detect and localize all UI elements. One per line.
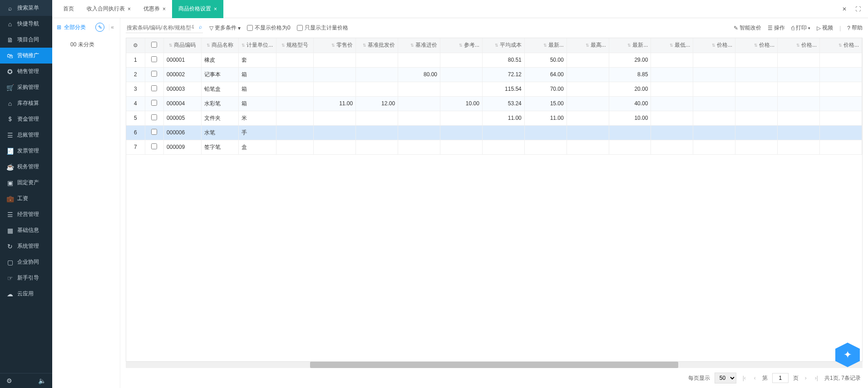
sound-icon[interactable]: 🔈 bbox=[38, 377, 46, 384]
tab-close-icon[interactable]: × bbox=[163, 6, 166, 12]
sort-icon: ⇅ bbox=[495, 43, 498, 48]
row-checkbox[interactable] bbox=[151, 71, 157, 77]
sidebar: ⌕搜索菜单⌂快捷导航🗎项目合同🛍营销推广✪销售管理🛒采购管理⌂库存核算＄资金管理… bbox=[0, 0, 52, 388]
sidebar-item-search-menu[interactable]: ⌕搜索菜单 bbox=[0, 0, 52, 16]
sidebar-item-inventory[interactable]: ⌂库存核算 bbox=[0, 95, 52, 111]
sidebar-item-label: 项目合同 bbox=[17, 36, 39, 44]
search-input[interactable] bbox=[126, 23, 203, 33]
hide-zero-checkbox[interactable]: 不显示价格为0 bbox=[247, 24, 291, 32]
row-checkbox[interactable] bbox=[151, 129, 157, 135]
column-header[interactable]: ⇅最高... bbox=[567, 38, 609, 53]
table-row[interactable]: 4000004水彩笔箱11.0012.0010.0053.2415.0040.0… bbox=[126, 96, 862, 111]
sidebar-item-assets[interactable]: ▣固定资产 bbox=[0, 175, 52, 191]
salary-icon: 💼 bbox=[6, 195, 14, 202]
all-categories-link[interactable]: 全部分类 bbox=[64, 24, 86, 31]
tab[interactable]: 优惠券× bbox=[137, 0, 172, 18]
print-button[interactable]: ⎙打印▾ bbox=[791, 24, 810, 32]
table-row[interactable]: 6000006水笔手 bbox=[126, 125, 862, 140]
edit-category-button[interactable]: ✎ bbox=[95, 23, 104, 32]
purchase-icon: 🛒 bbox=[6, 84, 14, 91]
scrollbar-thumb[interactable] bbox=[310, 362, 679, 368]
collapse-panel-icon[interactable]: « bbox=[109, 24, 115, 30]
sidebar-item-guide[interactable]: ☞新手引导 bbox=[0, 270, 52, 286]
sidebar-item-funds[interactable]: ＄资金管理 bbox=[0, 111, 52, 127]
smart-edit-button[interactable]: ✎智能改价 bbox=[734, 24, 761, 32]
table-row[interactable]: 2000002记事本箱80.0072.1264.008.85 bbox=[126, 67, 862, 82]
column-header[interactable]: ⇅价格... bbox=[693, 38, 735, 53]
sidebar-item-ledger[interactable]: ☰总账管理 bbox=[0, 127, 52, 143]
grid-icon: ⊞ bbox=[57, 24, 61, 30]
sidebar-item-operation[interactable]: ☰经营管理 bbox=[0, 206, 52, 222]
column-header[interactable]: ⇅零售价 bbox=[314, 38, 356, 53]
video-button[interactable]: ▷视频 bbox=[817, 24, 833, 32]
table-row[interactable]: 5000005文件夹米11.0011.0010.00 bbox=[126, 111, 862, 125]
ledger-icon: ☰ bbox=[6, 132, 14, 139]
sidebar-item-basic-info[interactable]: ▦基础信息 bbox=[0, 222, 52, 238]
more-conditions-link[interactable]: ▽ 更多条件 ▾ bbox=[209, 24, 241, 32]
tab-close-icon[interactable]: × bbox=[128, 6, 131, 12]
settings-icon[interactable]: ⚙ bbox=[6, 377, 12, 384]
sidebar-item-salary[interactable]: 💼工资 bbox=[0, 191, 52, 206]
operate-button[interactable]: ☰操作 bbox=[768, 24, 785, 32]
tab-label: 收入合同执行表 bbox=[87, 5, 125, 13]
column-header[interactable]: ⇅基准批发价 bbox=[356, 38, 398, 53]
tab-close-icon[interactable]: × bbox=[214, 6, 217, 12]
sort-icon: ⇅ bbox=[712, 43, 715, 48]
sidebar-item-marketing[interactable]: 🛍营销推广 bbox=[0, 48, 52, 64]
per-page-select[interactable]: 50 bbox=[715, 373, 736, 383]
table-row[interactable]: 3000003铅笔盒箱115.5470.0020.00 bbox=[126, 82, 862, 96]
gear-column-header[interactable]: ⚙ bbox=[126, 38, 145, 53]
tab[interactable]: 收入合同执行表× bbox=[80, 0, 137, 18]
column-header[interactable]: ⇅计量单位... bbox=[239, 38, 276, 53]
column-header[interactable]: ⇅平均成本 bbox=[482, 38, 524, 53]
sort-icon: ⇅ bbox=[363, 43, 366, 48]
select-all-checkbox[interactable] bbox=[145, 38, 163, 53]
column-header[interactable]: ⇅规格型号 bbox=[276, 38, 314, 53]
sidebar-item-collab[interactable]: ▢企业协同 bbox=[0, 254, 52, 270]
table-row[interactable]: 7000009签字笔盒 bbox=[126, 140, 862, 154]
only-main-unit-checkbox[interactable]: 只显示主计量价格 bbox=[297, 24, 348, 32]
column-header[interactable]: ⇅价格... bbox=[735, 38, 778, 53]
last-page-button[interactable]: ›| bbox=[813, 375, 820, 381]
help-button[interactable]: ?帮助 bbox=[847, 24, 863, 32]
sidebar-item-sales[interactable]: ✪销售管理 bbox=[0, 64, 52, 79]
row-checkbox[interactable] bbox=[151, 85, 157, 91]
tab[interactable]: 首页 bbox=[57, 0, 80, 18]
search-icon[interactable]: ⌕ bbox=[199, 24, 202, 30]
column-header[interactable]: ⇅商品名称 bbox=[201, 38, 239, 53]
tab[interactable]: 商品价格设置× bbox=[172, 0, 223, 18]
horizontal-scrollbar[interactable] bbox=[126, 362, 863, 368]
row-checkbox[interactable] bbox=[151, 114, 157, 120]
column-header[interactable]: ⇅价格... bbox=[820, 38, 862, 53]
column-header[interactable]: ⇅商品编码 bbox=[164, 38, 202, 53]
sidebar-item-invoice[interactable]: 🧾发票管理 bbox=[0, 143, 52, 159]
column-header[interactable]: ⇅最新... bbox=[609, 38, 651, 53]
quick-nav-icon: ⌂ bbox=[6, 20, 14, 28]
page-input[interactable] bbox=[772, 373, 789, 383]
column-header[interactable]: ⇅基准进价 bbox=[398, 38, 440, 53]
row-checkbox[interactable] bbox=[151, 143, 157, 149]
sidebar-item-quick-nav[interactable]: ⌂快捷导航 bbox=[0, 16, 52, 32]
fullscreen-icon[interactable]: ⛶ bbox=[853, 4, 863, 15]
close-all-tabs-button[interactable]: ✕ bbox=[839, 4, 850, 15]
sidebar-item-project-contract[interactable]: 🗎项目合同 bbox=[0, 32, 52, 48]
next-page-button[interactable]: › bbox=[803, 375, 809, 381]
sidebar-item-system[interactable]: ↻系统管理 bbox=[0, 238, 52, 254]
sidebar-item-purchase[interactable]: 🛒采购管理 bbox=[0, 79, 52, 95]
column-header[interactable]: ⇅价格... bbox=[778, 38, 820, 53]
sidebar-item-cloud[interactable]: ☁云应用 bbox=[0, 286, 52, 302]
category-node[interactable]: 00 未分类 bbox=[52, 39, 120, 50]
sidebar-item-tax[interactable]: ☕税务管理 bbox=[0, 159, 52, 175]
sort-icon: ⇅ bbox=[410, 43, 414, 48]
row-checkbox[interactable] bbox=[151, 100, 157, 106]
table-row[interactable]: 1000001橡皮套80.5150.0029.00 bbox=[126, 53, 862, 67]
column-header[interactable]: ⇅最低... bbox=[651, 38, 693, 53]
column-header[interactable]: ⇅最新... bbox=[524, 38, 567, 53]
column-header[interactable]: ⇅参考... bbox=[440, 38, 482, 53]
guide-icon: ☞ bbox=[6, 275, 14, 282]
prev-page-button[interactable]: ‹ bbox=[752, 375, 758, 381]
sidebar-item-label: 固定资产 bbox=[17, 179, 39, 187]
sidebar-item-label: 新手引导 bbox=[17, 274, 39, 282]
first-page-button[interactable]: |‹ bbox=[741, 375, 748, 381]
row-checkbox[interactable] bbox=[151, 56, 157, 62]
